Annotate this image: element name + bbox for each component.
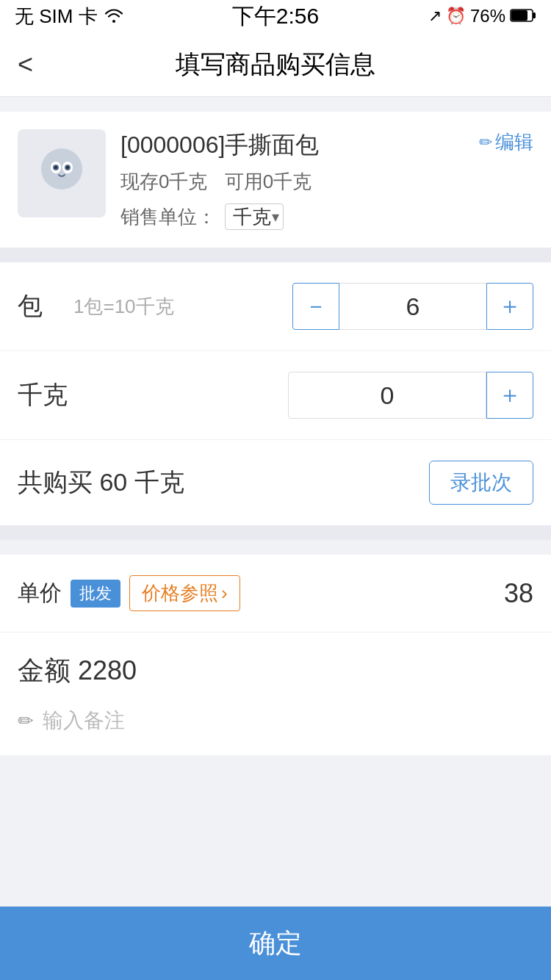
bao-label: 包 — [18, 289, 62, 323]
product-name: [0000006]手撕面包 — [120, 129, 533, 162]
edit-label: 编辑 — [495, 129, 533, 155]
product-unit-row: 销售单位： 千克 — [120, 203, 533, 230]
amount-section: 金额 2280 ✏ 输入备注 — [0, 633, 551, 755]
product-stock: 现存0千克 可用0千克 — [120, 169, 533, 195]
page-title: 填写商品购买信息 — [176, 48, 375, 82]
confirm-button[interactable]: 确定 — [0, 907, 551, 980]
unit-select[interactable]: 千克 — [225, 203, 284, 230]
bao-minus-button[interactable]: － — [292, 283, 339, 330]
kg-quantity-row: 千克 ＋ — [0, 351, 551, 440]
battery-label: 76% — [470, 6, 505, 26]
amount-text: 金额 2280 — [18, 653, 533, 689]
section-divider-2 — [0, 525, 551, 540]
stock-current: 现存0千克 — [120, 170, 207, 192]
batch-button[interactable]: 录批次 — [429, 461, 533, 505]
wifi-icon — [104, 5, 124, 28]
bao-controls: － ＋ — [292, 283, 533, 330]
battery-icon — [510, 6, 536, 26]
price-label: 单价 — [18, 578, 62, 608]
status-bar: 无 SIM 卡 下午2:56 ↗ ⏰ 76% — [0, 0, 551, 32]
kg-quantity-input[interactable] — [288, 372, 486, 419]
unit-select-wrap[interactable]: 千克 — [225, 203, 284, 230]
carrier-label: 无 SIM 卡 — [15, 4, 98, 29]
status-left: 无 SIM 卡 — [15, 4, 124, 29]
kg-plus-button[interactable]: ＋ — [486, 372, 533, 419]
input-section: 包 1包=10千克 － ＋ 千克 ＋ — [0, 262, 551, 440]
bao-plus-button[interactable]: ＋ — [486, 283, 533, 330]
note-icon: ✏ — [18, 710, 34, 732]
location-icon: ↗ — [428, 7, 442, 26]
nav-bar: < 填写商品购买信息 — [0, 32, 551, 97]
edit-button[interactable]: ✏ 编辑 — [479, 129, 533, 155]
svg-point-8 — [54, 166, 57, 169]
price-value: 38 — [504, 578, 533, 609]
price-tag: 批发 — [71, 580, 120, 608]
svg-point-9 — [66, 166, 69, 169]
note-placeholder[interactable]: 输入备注 — [43, 707, 125, 735]
bao-quantity-input[interactable] — [339, 283, 486, 330]
price-row: 单价 批发 价格参照 › 38 — [0, 555, 551, 633]
total-text: 共购买 60 千克 — [18, 466, 184, 500]
svg-rect-1 — [533, 12, 536, 18]
amount-card: 金额 2280 ✏ 输入备注 — [0, 633, 551, 755]
price-ref-chevron: › — [221, 582, 228, 605]
price-ref-button[interactable]: 价格参照 › — [129, 575, 240, 611]
price-ref-label: 价格参照 — [142, 580, 218, 606]
back-button[interactable]: < — [18, 49, 33, 80]
kg-controls: ＋ — [79, 372, 533, 419]
product-info: [0000006]手撕面包 现存0千克 可用0千克 销售单位： 千克 — [120, 129, 533, 230]
alarm-icon: ⏰ — [446, 7, 466, 26]
kg-label: 千克 — [18, 378, 68, 412]
svg-rect-2 — [511, 10, 527, 21]
product-card: [0000006]手撕面包 现存0千克 可用0千克 销售单位： 千克 ✏ 编辑 — [0, 112, 551, 248]
edit-icon: ✏ — [479, 133, 492, 152]
note-row: ✏ 输入备注 — [18, 701, 533, 741]
status-right: ↗ ⏰ 76% — [428, 6, 536, 26]
product-thumbnail — [18, 129, 106, 217]
unit-label: 销售单位： — [120, 204, 216, 230]
bao-quantity-row: 包 1包=10千克 － ＋ — [0, 262, 551, 351]
stock-available: 可用0千克 — [225, 170, 311, 192]
section-divider-1 — [0, 248, 551, 262]
bao-hint: 1包=10千克 — [73, 294, 281, 320]
status-time: 下午2:56 — [232, 1, 319, 32]
total-row: 共购买 60 千克 录批次 — [0, 440, 551, 525]
product-thumb-icon — [38, 145, 85, 202]
svg-point-3 — [41, 148, 82, 190]
price-section: 单价 批发 价格参照 › 38 — [0, 555, 551, 633]
